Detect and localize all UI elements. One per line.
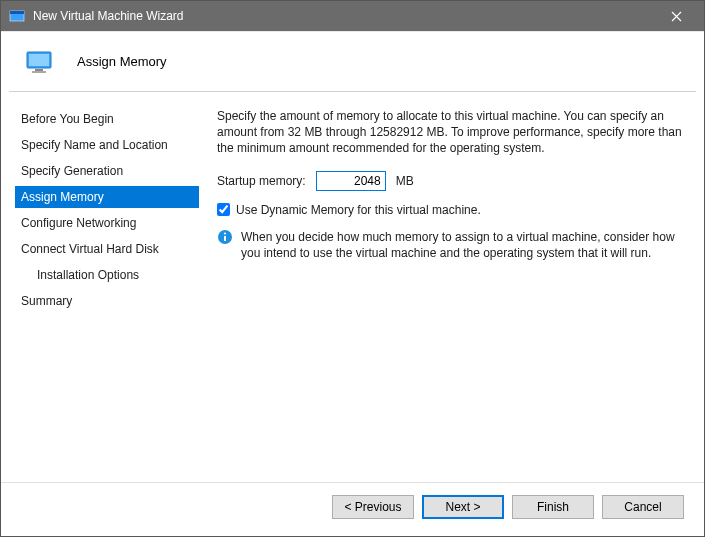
dynamic-memory-label[interactable]: Use Dynamic Memory for this virtual mach… — [236, 203, 481, 217]
startup-memory-row: Startup memory: MB — [217, 171, 682, 191]
startup-memory-input[interactable] — [316, 171, 386, 191]
svg-rect-3 — [29, 54, 49, 66]
finish-button[interactable]: Finish — [512, 495, 594, 519]
info-text: When you decide how much memory to assig… — [241, 229, 682, 261]
startup-memory-label: Startup memory: — [217, 174, 306, 188]
wizard-steps-sidebar: Before You Begin Specify Name and Locati… — [1, 92, 199, 482]
dynamic-memory-checkbox[interactable] — [217, 203, 230, 216]
sidebar-item-specify-generation[interactable]: Specify Generation — [15, 160, 199, 182]
svg-rect-5 — [32, 71, 46, 73]
app-icon — [9, 8, 25, 24]
close-icon — [671, 11, 682, 22]
main-panel: Specify the amount of memory to allocate… — [199, 92, 704, 482]
monitor-icon — [25, 50, 57, 74]
sidebar-item-specify-name[interactable]: Specify Name and Location — [15, 134, 199, 156]
svg-rect-4 — [35, 69, 43, 71]
info-icon — [217, 229, 233, 245]
memory-description: Specify the amount of memory to allocate… — [217, 108, 682, 157]
wizard-footer: < Previous Next > Finish Cancel — [1, 482, 704, 530]
memory-unit-label: MB — [396, 174, 414, 188]
wizard-header: Assign Memory — [1, 31, 704, 91]
sidebar-item-installation-options[interactable]: Installation Options — [15, 264, 199, 286]
svg-rect-7 — [224, 236, 226, 241]
sidebar-item-assign-memory[interactable]: Assign Memory — [15, 186, 199, 208]
close-button[interactable] — [656, 1, 696, 31]
window-title: New Virtual Machine Wizard — [33, 9, 656, 23]
dynamic-memory-row: Use Dynamic Memory for this virtual mach… — [217, 203, 682, 217]
step-title: Assign Memory — [77, 54, 167, 69]
sidebar-item-summary[interactable]: Summary — [15, 290, 199, 312]
sidebar-item-configure-networking[interactable]: Configure Networking — [15, 212, 199, 234]
sidebar-item-before-you-begin[interactable]: Before You Begin — [15, 108, 199, 130]
cancel-button[interactable]: Cancel — [602, 495, 684, 519]
sidebar-item-connect-vhd[interactable]: Connect Virtual Hard Disk — [15, 238, 199, 260]
info-row: When you decide how much memory to assig… — [217, 229, 682, 261]
titlebar: New Virtual Machine Wizard — [1, 1, 704, 31]
next-button[interactable]: Next > — [422, 495, 504, 519]
svg-rect-1 — [10, 11, 24, 14]
content-area: Before You Begin Specify Name and Locati… — [1, 92, 704, 482]
previous-button[interactable]: < Previous — [332, 495, 414, 519]
svg-point-8 — [224, 232, 226, 234]
